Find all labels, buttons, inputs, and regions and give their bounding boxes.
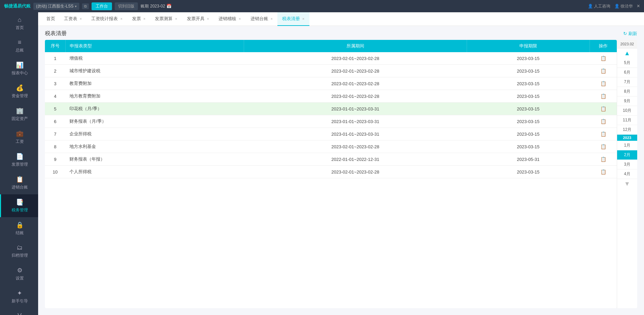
table-row: 10 个人所得税 2023-02-01~2023-02-28 2023-03-1… bbox=[45, 166, 617, 178]
calendar-month-12[interactable]: 12月 bbox=[617, 125, 637, 135]
tab-invoice-close[interactable]: × bbox=[143, 17, 145, 21]
period-value: 2023-02 bbox=[150, 4, 165, 9]
action-icon[interactable]: 📋 bbox=[600, 131, 606, 137]
cell-period: 2023-01-01~2023-03-31 bbox=[244, 115, 467, 128]
calendar-nav-down[interactable]: ▼ bbox=[623, 179, 632, 189]
purchase-icon: 📋 bbox=[16, 176, 23, 183]
tab-invoice-calc-close[interactable]: × bbox=[175, 17, 177, 21]
tab-purchase-audit-close[interactable]: × bbox=[239, 17, 241, 21]
tab-invoice-issue-close[interactable]: × bbox=[207, 17, 209, 21]
tax-icon: 📑 bbox=[16, 198, 23, 206]
sidebar-label-tax: 税务管理 bbox=[12, 207, 28, 213]
calendar-month-10[interactable]: 10月 bbox=[617, 106, 637, 116]
tab-salary-table[interactable]: 工资表 × bbox=[59, 12, 86, 26]
cell-action: 📋 bbox=[590, 140, 617, 153]
content-area: 首页 工资表 × 工资统计报表 × 发票 × 发票测算 × 发票开具 × bbox=[38, 12, 644, 315]
sidebar-label-report: 报表中心 bbox=[12, 70, 28, 76]
cell-type: 增值税 bbox=[65, 52, 244, 65]
cell-action: 📋 bbox=[590, 153, 617, 166]
sidebar-item-purchase[interactable]: 📋 进销台账 bbox=[0, 171, 38, 194]
sidebar-label-fund: 资金管理 bbox=[12, 93, 28, 99]
tab-home[interactable]: 首页 bbox=[42, 12, 59, 26]
action-icon[interactable]: 📋 bbox=[600, 93, 606, 99]
cell-deadline: 2023-03-15 bbox=[467, 128, 590, 140]
calendar-month-9[interactable]: 9月 bbox=[617, 96, 637, 106]
tab-purchase-audit[interactable]: 进销稽核 × bbox=[214, 12, 245, 26]
copy-button[interactable]: ⧉ bbox=[82, 3, 89, 9]
sidebar-label-home: 首页 bbox=[16, 25, 24, 31]
tab-tax-register-close[interactable]: × bbox=[302, 17, 304, 21]
col-header-action: 操作 bbox=[590, 40, 617, 52]
member-icon: V bbox=[17, 312, 21, 315]
calendar-month-11[interactable]: 11月 bbox=[617, 116, 637, 125]
switch-mode-button[interactable]: 切到旧版 bbox=[115, 2, 138, 10]
tab-salary-report-close[interactable]: × bbox=[120, 17, 122, 21]
workspace-button[interactable]: 工作台 bbox=[92, 2, 112, 10]
cell-deadline: 2023-03-15 bbox=[467, 103, 590, 115]
chevron-down-icon: ▾ bbox=[75, 4, 77, 8]
action-icon[interactable]: 📋 bbox=[600, 156, 606, 162]
cell-no: 5 bbox=[45, 103, 65, 115]
tab-tax-register[interactable]: 税表清册 × bbox=[277, 12, 309, 26]
sidebar-item-salary[interactable]: 💼 工资 bbox=[0, 126, 38, 149]
user-menu[interactable]: 👤 徐泾华 bbox=[614, 3, 633, 9]
calendar-month-5[interactable]: 5月 bbox=[617, 58, 637, 68]
sidebar-label-invoice: 发票管理 bbox=[12, 162, 28, 167]
action-icon[interactable]: 📋 bbox=[600, 81, 606, 86]
col-header-no: 序号 bbox=[45, 40, 65, 52]
cell-period: 2022-01-01~2022-12-31 bbox=[244, 153, 467, 166]
tab-purchase-ledger[interactable]: 进销台账 × bbox=[246, 12, 277, 26]
help-button[interactable]: 👤 人工咨询 bbox=[588, 3, 610, 9]
tab-salary-table-close[interactable]: × bbox=[80, 17, 82, 21]
company-selector[interactable]: (勿动) 江西股生-LSS ▾ bbox=[33, 3, 79, 10]
cell-no: 2 bbox=[45, 65, 65, 77]
close-button[interactable]: × bbox=[637, 3, 640, 9]
calendar-month-6[interactable]: 6月 bbox=[617, 68, 637, 77]
tab-invoice-label: 发票 bbox=[132, 16, 141, 22]
sidebar-item-archive[interactable]: 🗂 归档管理 bbox=[0, 240, 38, 262]
calendar-month-1[interactable]: 1月 bbox=[617, 141, 637, 150]
cell-deadline: 2023-03-15 bbox=[467, 140, 590, 153]
sidebar-item-guide[interactable]: ✦ 新手引导 bbox=[0, 285, 38, 308]
tab-invoice-issue-label: 发票开具 bbox=[187, 16, 205, 22]
sidebar-item-report[interactable]: 📊 报表中心 bbox=[0, 57, 38, 80]
refresh-button[interactable]: ↻ 刷新 bbox=[623, 31, 637, 37]
sidebar-item-fund[interactable]: 💰 资金管理 bbox=[0, 80, 38, 103]
action-icon[interactable]: 📋 bbox=[600, 144, 606, 149]
table-row: 6 财务报表（月/季） 2023-01-01~2023-03-31 2023-0… bbox=[45, 115, 617, 128]
sidebar-label-salary: 工资 bbox=[16, 139, 24, 145]
top-bar-right: 👤 人工咨询 👤 徐泾华 × bbox=[588, 3, 640, 9]
tab-invoice[interactable]: 发票 × bbox=[127, 12, 150, 26]
sidebar-label-guide: 新手引导 bbox=[12, 298, 28, 304]
tab-purchase-ledger-close[interactable]: × bbox=[271, 17, 273, 21]
cell-type: 教育费附加 bbox=[65, 77, 244, 90]
calendar-header: 2023.02 bbox=[617, 40, 637, 48]
sidebar-item-home[interactable]: ⌂ 首页 bbox=[0, 12, 38, 35]
calendar-month-3[interactable]: 3月 bbox=[617, 160, 637, 169]
sidebar-item-member[interactable]: V 畅会员 bbox=[0, 308, 38, 315]
tab-bar: 首页 工资表 × 工资统计报表 × 发票 × 发票测算 × 发票开具 × bbox=[38, 12, 644, 26]
calendar-month-8[interactable]: 8月 bbox=[617, 87, 637, 96]
action-icon[interactable]: 📋 bbox=[600, 119, 606, 124]
action-icon[interactable]: 📋 bbox=[600, 106, 606, 111]
calendar-month-7[interactable]: 7月 bbox=[617, 77, 637, 87]
action-icon[interactable]: 📋 bbox=[600, 56, 606, 61]
sidebar-item-settings[interactable]: ⚙ 设置 bbox=[0, 262, 38, 285]
table-container: 序号 申报表类型 所属期间 申报期限 操作 1 增值税 2023-02-01~2… bbox=[38, 40, 644, 315]
tab-salary-report[interactable]: 工资统计报表 × bbox=[86, 12, 127, 26]
calendar-month-4[interactable]: 4月 bbox=[617, 169, 637, 179]
action-icon[interactable]: 📋 bbox=[600, 68, 606, 74]
tab-invoice-calc[interactable]: 发票测算 × bbox=[150, 12, 182, 26]
calendar-month-2-active[interactable]: 2月 bbox=[617, 150, 637, 160]
action-icon[interactable]: 📋 bbox=[600, 169, 606, 175]
sidebar-item-close-accounts[interactable]: 🔒 结账 bbox=[0, 217, 38, 240]
cell-deadline: 2023-05-31 bbox=[467, 153, 590, 166]
sidebar-item-invoice[interactable]: 📄 发票管理 bbox=[0, 149, 38, 171]
sidebar-item-ledger[interactable]: ≡ 总账 bbox=[0, 35, 38, 57]
sidebar-item-tax[interactable]: 📑 税务管理 bbox=[0, 194, 38, 217]
fund-icon: 💰 bbox=[16, 84, 23, 92]
sidebar-item-asset[interactable]: 🏢 固定资产 bbox=[0, 103, 38, 126]
sidebar-label-ledger: 总账 bbox=[16, 47, 24, 53]
calendar-nav-up[interactable]: ▲ bbox=[623, 48, 632, 58]
tab-invoice-issue[interactable]: 发票开具 × bbox=[182, 12, 214, 26]
